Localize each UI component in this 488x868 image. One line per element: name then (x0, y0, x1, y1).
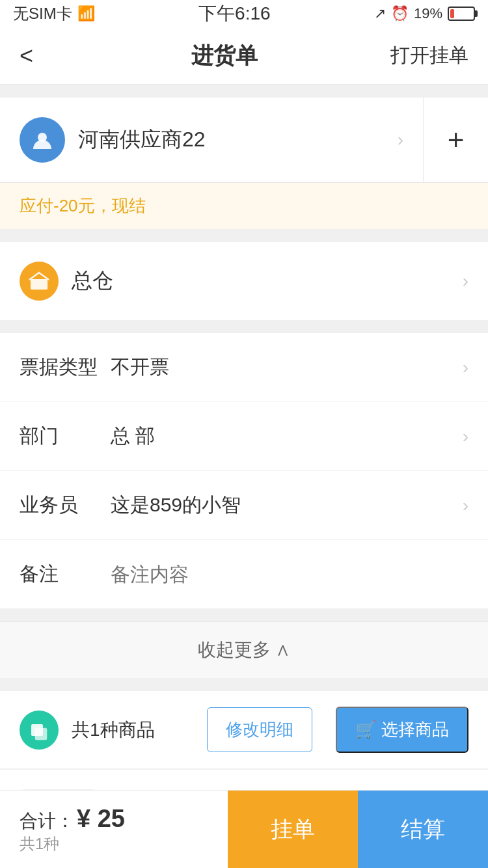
total-amount: ¥ 25 (77, 805, 125, 833)
content-area: 河南供应商22 › + 应付-20元，现结 总仓 › 票据类型 不开票 › 部门… (0, 85, 488, 868)
supplier-name: 河南供应商22 (78, 126, 385, 154)
bottom-bar: 合计： ¥ 25 共1种 挂单 结算 (0, 790, 488, 868)
status-right: ↗ ⏰ 19% (374, 5, 475, 22)
nav-bar: < 进货单 打开挂单 (0, 27, 488, 85)
supplier-selector[interactable]: 河南供应商22 › (0, 98, 423, 182)
location-icon: ↗ (374, 5, 386, 22)
alarm-icon: ⏰ (391, 5, 409, 22)
warehouse-selector[interactable]: 总仓 › (0, 242, 488, 320)
battery-fill (450, 9, 454, 18)
supplier-avatar (20, 117, 65, 163)
invoice-row[interactable]: 票据类型 不开票 › (0, 333, 488, 402)
warehouse-chevron-icon: › (463, 271, 468, 292)
checkout-button[interactable]: 结算 (358, 791, 488, 868)
supplier-section: 河南供应商22 › + (0, 98, 488, 183)
add-supplier-button[interactable]: + (423, 98, 488, 182)
product-count: 共1种商品 (72, 718, 194, 742)
department-chevron-icon: › (463, 426, 468, 447)
select-product-label: 选择商品 (381, 718, 449, 741)
notice-bar: 应付-20元，现结 (0, 183, 488, 229)
total-count: 共1种 (20, 834, 208, 854)
wifi-icon: 📶 (77, 5, 95, 22)
invoice-chevron-icon: › (463, 357, 468, 378)
cart-icon: 🛒 (355, 720, 376, 740)
remark-label: 备注 (20, 561, 111, 588)
collapse-button[interactable]: 收起更多 ∧ (0, 621, 488, 678)
warehouse-icon (20, 262, 59, 301)
remark-row[interactable]: 备注 (0, 540, 488, 608)
salesperson-row[interactable]: 业务员 这是859的小智 › (0, 471, 488, 540)
department-value: 总 部 (111, 423, 463, 450)
department-label: 部门 (20, 423, 111, 450)
total-label: 合计： (20, 809, 74, 834)
products-icon (20, 711, 59, 750)
page-title: 进货单 (191, 41, 258, 71)
department-row[interactable]: 部门 总 部 › (0, 402, 488, 471)
invoice-value: 不开票 (111, 354, 463, 381)
battery-text: 19% (414, 5, 442, 22)
back-button[interactable]: < (20, 42, 59, 70)
remark-input[interactable] (111, 563, 468, 586)
products-header: 共1种商品 修改明细 🛒 选择商品 (0, 691, 488, 768)
invoice-label: 票据类型 (20, 354, 111, 381)
salesperson-chevron-icon: › (463, 495, 468, 516)
battery-icon (448, 7, 475, 21)
salesperson-value: 这是859的小智 (111, 492, 463, 519)
status-left: 无SIM卡 📶 (13, 3, 95, 24)
status-bar: 无SIM卡 📶 下午6:16 ↗ ⏰ 19% (0, 0, 488, 27)
open-hang-button[interactable]: 打开挂单 (390, 42, 468, 69)
carrier-text: 无SIM卡 (13, 3, 72, 24)
select-product-button[interactable]: 🛒 选择商品 (336, 707, 468, 753)
salesperson-label: 业务员 (20, 492, 111, 519)
modify-detail-button[interactable]: 修改明细 (207, 707, 312, 752)
hang-order-button[interactable]: 挂单 (228, 791, 358, 868)
total-section: 合计： ¥ 25 共1种 (0, 791, 228, 868)
warehouse-name: 总仓 (72, 267, 450, 295)
form-card: 票据类型 不开票 › 部门 总 部 › 业务员 这是859的小智 › 备注 (0, 333, 488, 608)
svg-rect-3 (35, 728, 47, 740)
svg-rect-1 (31, 279, 47, 290)
status-time: 下午6:16 (198, 1, 271, 26)
chevron-right-icon: › (398, 129, 403, 150)
spacer-top (0, 85, 488, 98)
